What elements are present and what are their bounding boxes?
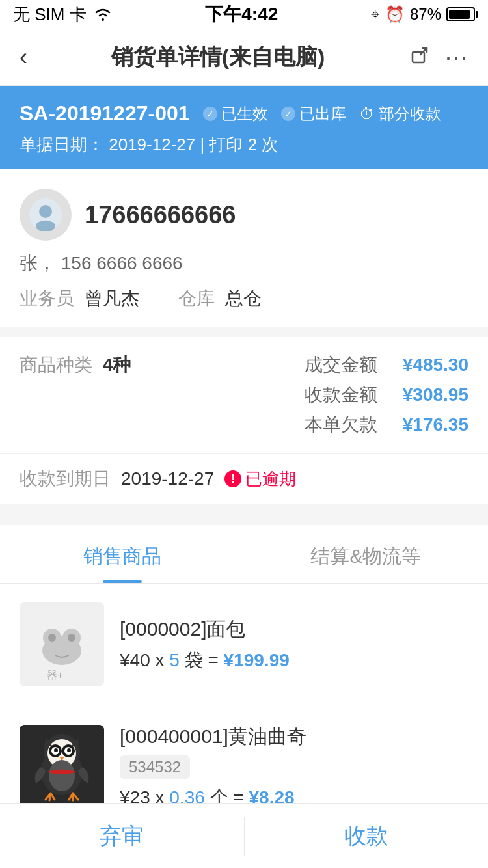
customer-sub: 张， 156 6666 6666 bbox=[20, 251, 468, 276]
svg-point-8 bbox=[42, 636, 81, 665]
share-icon[interactable] bbox=[409, 43, 432, 72]
cancel-button[interactable]: 弃审 bbox=[0, 804, 244, 868]
location-icon: ⌖ bbox=[371, 5, 380, 23]
svg-point-0 bbox=[102, 18, 104, 21]
customer-top: 17666666666 bbox=[20, 189, 468, 241]
battery-percent: 87% bbox=[410, 5, 441, 23]
customer-account-id: 17666666666 bbox=[85, 201, 236, 229]
order-header: SA-20191227-001 ✓ 已生效 ✓ 已出库 ⏱ 部分收款 单据日期：… bbox=[0, 86, 488, 169]
status-right-icons: ⌖ ⏰ 87% bbox=[371, 5, 475, 23]
order-date-row: 单据日期： 2019-12-27 | 打印 2 次 bbox=[20, 133, 468, 156]
svg-point-3 bbox=[39, 205, 52, 218]
product-info-1: [0000002]面包 ¥40 x 5 袋 = ¥199.99 bbox=[120, 616, 468, 673]
product-list: 器+ [0000002]面包 ¥40 x 5 袋 = ¥199.99 bbox=[0, 584, 488, 829]
product-info-2: [000400001]黄油曲奇 534532 ¥23 x 0.36 个 = ¥8… bbox=[120, 724, 468, 810]
check-icon-2: ✓ bbox=[281, 107, 295, 121]
order-id-row: SA-20191227-001 ✓ 已生效 ✓ 已出库 ⏱ 部分收款 bbox=[20, 102, 468, 126]
check-icon-1: ✓ bbox=[203, 107, 217, 121]
svg-point-9 bbox=[48, 634, 56, 642]
thick-divider-2 bbox=[0, 504, 488, 515]
product-image-1: 器+ bbox=[20, 602, 104, 686]
customer-section: 17666666666 张， 156 6666 6666 业务员 曾凡杰 仓库 … bbox=[0, 169, 488, 327]
svg-point-10 bbox=[68, 634, 75, 642]
debt-amount: 本单欠款 ¥176.35 bbox=[305, 413, 468, 437]
status-carrier: 无 SIM 卡 bbox=[13, 3, 113, 26]
status-badge-1: ✓ 已生效 bbox=[203, 103, 268, 124]
clock-icon: ⏱ bbox=[359, 105, 375, 123]
status-badge-3: ⏱ 部分收款 bbox=[359, 103, 441, 124]
customer-meta: 业务员 曾凡杰 仓库 总仓 bbox=[20, 286, 468, 311]
overdue-icon: ! bbox=[224, 470, 241, 487]
status-time: 下午4:42 bbox=[205, 2, 278, 27]
svg-point-22 bbox=[49, 760, 75, 791]
thick-divider-1 bbox=[0, 327, 488, 337]
due-date-section: 收款到期日 2019-12-27 ! 已逾期 bbox=[0, 453, 488, 504]
page-title: 销货单详情(来自电脑) bbox=[111, 42, 325, 72]
overdue-badge: ! 已逾期 bbox=[224, 468, 296, 491]
svg-text:器+: 器+ bbox=[47, 670, 63, 681]
owl-placeholder bbox=[20, 725, 104, 809]
battery-icon bbox=[446, 7, 475, 21]
status-bar: 无 SIM 卡 下午4:42 ⌖ ⏰ 87% bbox=[0, 0, 488, 29]
tabs-section: 销售商品 结算&物流等 bbox=[0, 525, 488, 584]
more-icon[interactable]: ··· bbox=[445, 44, 468, 71]
nav-bar: ‹ 销货单详情(来自电脑) ··· bbox=[0, 29, 488, 86]
stats-section: 商品种类 4种 成交金额 ¥485.30 收款金额 ¥308.95 本单欠款 ¥… bbox=[0, 337, 488, 453]
bottom-bar: 弃审 收款 bbox=[0, 803, 488, 868]
list-item: 器+ [0000002]面包 ¥40 x 5 袋 = ¥199.99 bbox=[0, 584, 488, 705]
product-name-2: [000400001]黄油曲奇 bbox=[120, 724, 468, 750]
product-sku-2: 534532 bbox=[120, 755, 190, 779]
received-amount: 收款金额 ¥308.95 bbox=[305, 383, 468, 407]
svg-point-21 bbox=[67, 748, 71, 752]
stats-right: 成交金额 ¥485.30 收款金额 ¥308.95 本单欠款 ¥176.35 bbox=[305, 353, 468, 437]
svg-point-20 bbox=[54, 748, 58, 752]
wifi-icon bbox=[93, 7, 113, 21]
warehouse-item: 仓库 总仓 bbox=[178, 286, 262, 311]
transaction-amount: 成交金额 ¥485.30 bbox=[305, 353, 468, 377]
nav-right-actions: ··· bbox=[409, 43, 468, 72]
product-price-row-1: ¥40 x 5 袋 = ¥199.99 bbox=[120, 648, 468, 673]
alarm-icon: ⏰ bbox=[385, 5, 405, 23]
avatar bbox=[20, 189, 72, 241]
tab-sales-products[interactable]: 销售商品 bbox=[0, 525, 244, 583]
tabs-row: 销售商品 结算&物流等 bbox=[0, 525, 488, 583]
back-button[interactable]: ‹ bbox=[20, 44, 27, 71]
confirm-button[interactable]: 收款 bbox=[245, 804, 489, 868]
stats-left: 商品种类 4种 bbox=[20, 353, 131, 377]
salesperson-item: 业务员 曾凡杰 bbox=[20, 286, 139, 311]
order-id: SA-20191227-001 bbox=[20, 102, 190, 126]
status-badge-2: ✓ 已出库 bbox=[281, 103, 346, 124]
product-image-2 bbox=[20, 725, 104, 809]
product-name-1: [0000002]面包 bbox=[120, 616, 468, 643]
tab-settlement-logistics[interactable]: 结算&物流等 bbox=[244, 525, 488, 583]
